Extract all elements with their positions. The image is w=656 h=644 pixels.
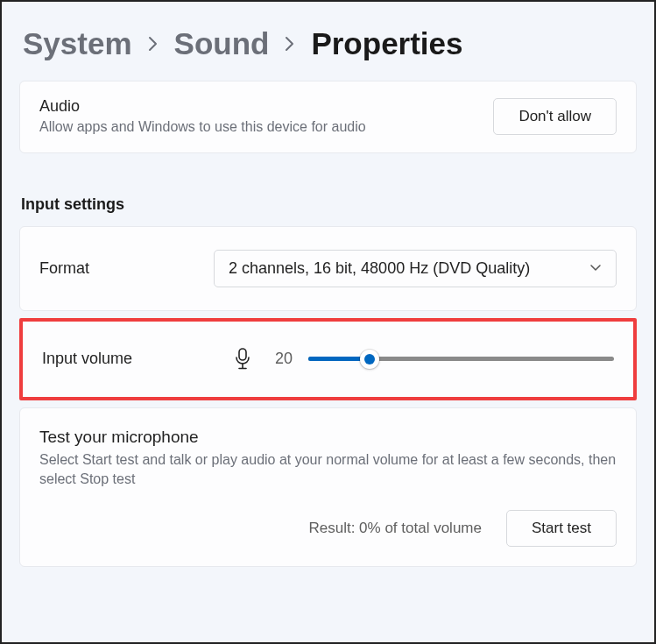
audio-description: Allow apps and Windows to use this devic… xyxy=(39,117,366,137)
breadcrumb-sound[interactable]: Sound xyxy=(174,26,270,61)
test-microphone-card: Test your microphone Select Start test a… xyxy=(19,407,637,568)
format-value: 2 channels, 16 bit, 48000 Hz (DVD Qualit… xyxy=(229,259,530,278)
format-label: Format xyxy=(39,259,89,278)
start-test-button[interactable]: Start test xyxy=(506,510,617,547)
input-volume-label: Input volume xyxy=(42,350,217,368)
breadcrumb-system[interactable]: System xyxy=(23,26,132,61)
input-settings-heading: Input settings xyxy=(21,195,637,214)
volume-value: 20 xyxy=(268,350,293,368)
breadcrumb-properties: Properties xyxy=(311,26,462,61)
chevron-right-icon xyxy=(148,36,159,52)
volume-slider[interactable] xyxy=(308,350,614,369)
test-description: Select Start test and talk or play audio… xyxy=(39,450,617,490)
input-volume-card: Input volume 20 xyxy=(19,318,637,400)
test-result: Result: 0% of total volume xyxy=(308,520,481,537)
test-title: Test your microphone xyxy=(39,428,617,447)
svg-rect-0 xyxy=(239,349,246,360)
breadcrumb: System Sound Properties xyxy=(19,2,637,81)
chevron-right-icon xyxy=(285,36,295,52)
format-select[interactable]: 2 channels, 16 bit, 48000 Hz (DVD Qualit… xyxy=(214,250,617,287)
dont-allow-button[interactable]: Don't allow xyxy=(493,98,617,135)
audio-card: Audio Allow apps and Windows to use this… xyxy=(19,81,637,153)
microphone-icon[interactable] xyxy=(233,348,252,371)
audio-title: Audio xyxy=(39,97,366,116)
chevron-down-icon xyxy=(589,264,602,272)
slider-thumb[interactable] xyxy=(360,350,379,369)
format-card: Format 2 channels, 16 bit, 48000 Hz (DVD… xyxy=(19,226,637,311)
